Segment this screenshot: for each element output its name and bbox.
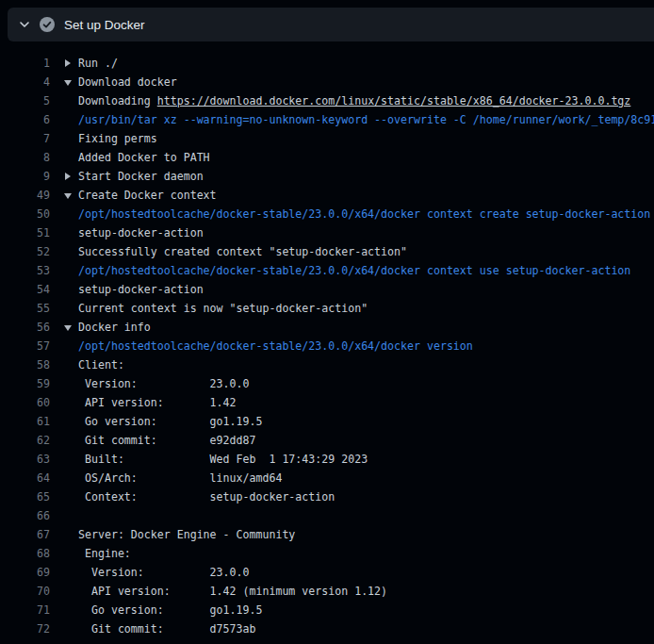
triangle-down-icon[interactable]	[64, 325, 72, 331]
line-number[interactable]: 54	[0, 280, 50, 299]
gutter	[50, 148, 78, 167]
log-row: 65 Context: setup-docker-action	[0, 487, 654, 506]
triangle-down-icon[interactable]	[64, 193, 72, 199]
group-title: Create Docker context	[78, 186, 217, 205]
line-number[interactable]: 61	[0, 412, 50, 431]
log-row: 71 Go version: go1.19.5	[0, 601, 654, 619]
line-number[interactable]: 6	[0, 110, 50, 129]
log-text: OS/Arch: linux/amd64	[78, 469, 282, 487]
log-row: 55Current context is now "setup-docker-a…	[0, 299, 654, 318]
gutter	[50, 525, 78, 544]
triangle-right-icon[interactable]	[65, 59, 71, 67]
log-row: 66	[0, 506, 654, 525]
log-text: setup-docker-action	[78, 223, 204, 242]
line-number[interactable]: 8	[0, 148, 50, 167]
gutter	[50, 205, 78, 223]
gutter	[50, 487, 78, 506]
step-header[interactable]: Set up Docker	[8, 8, 654, 41]
line-number[interactable]: 53	[0, 261, 50, 280]
log-text: Go version: go1.19.5	[78, 412, 262, 431]
line-number[interactable]: 5	[0, 91, 50, 110]
log-row: 69 Version: 23.0.0	[0, 563, 654, 582]
log-group-row[interactable]: 4Download docker	[0, 73, 654, 91]
line-number[interactable]: 68	[0, 544, 50, 563]
line-number[interactable]: 70	[0, 582, 50, 601]
line-number[interactable]: 63	[0, 450, 50, 469]
line-number[interactable]: 67	[0, 525, 50, 544]
log-row: 67Server: Docker Engine - Community	[0, 525, 654, 544]
log-text: Version: 23.0.0	[78, 374, 249, 393]
chevron-down-icon[interactable]	[19, 19, 30, 30]
line-number[interactable]: 59	[0, 374, 50, 393]
log-row: 8Added Docker to PATH	[0, 148, 654, 167]
log-text: API version: 1.42 (minimum version 1.12)	[78, 582, 387, 601]
log-row: 64 OS/Arch: linux/amd64	[0, 469, 654, 487]
log-command-text: /opt/hostedtoolcache/docker-stable/23.0.…	[78, 205, 654, 223]
gutter	[50, 223, 78, 242]
gutter	[50, 54, 78, 73]
line-number[interactable]: 62	[0, 431, 50, 450]
line-number[interactable]: 71	[0, 601, 50, 619]
log-url-link[interactable]: https://download.docker.com/linux/static…	[157, 94, 631, 107]
log-text: Version: 23.0.0	[78, 563, 249, 582]
log-group-row[interactable]: 1Run ./	[0, 54, 654, 73]
line-number[interactable]: 50	[0, 205, 50, 223]
log-row: 62 Git commit: e92dd87	[0, 431, 654, 450]
log-group-row[interactable]: 56Docker info	[0, 318, 654, 337]
log-row: 50/opt/hostedtoolcache/docker-stable/23.…	[0, 205, 654, 223]
log-text: Engine:	[78, 544, 131, 563]
gutter	[50, 129, 78, 148]
line-number[interactable]: 51	[0, 223, 50, 242]
log-command-text: /usr/bin/tar xz --warning=no-unknown-key…	[78, 110, 654, 129]
log-row: 63 Built: Wed Feb 1 17:43:29 2023	[0, 450, 654, 469]
gutter	[50, 186, 78, 205]
gutter	[50, 110, 78, 129]
gutter	[50, 280, 78, 299]
step-title: Set up Docker	[64, 18, 145, 32]
line-number[interactable]: 64	[0, 469, 50, 487]
line-number[interactable]: 55	[0, 299, 50, 318]
log-text: Fixing perms	[78, 129, 157, 148]
log-row: 54setup-docker-action	[0, 280, 654, 299]
log-container: 1Run ./4Download docker5Downloading http…	[0, 54, 654, 638]
line-number[interactable]: 65	[0, 487, 50, 506]
log-group-row[interactable]: 9Start Docker daemon	[0, 167, 654, 186]
gutter	[50, 337, 78, 355]
gutter	[50, 412, 78, 431]
log-group-row[interactable]: 49Create Docker context	[0, 186, 654, 205]
line-number[interactable]: 60	[0, 393, 50, 412]
line-number[interactable]: 66	[0, 506, 50, 525]
line-number[interactable]: 57	[0, 337, 50, 355]
gutter	[50, 431, 78, 450]
line-number[interactable]: 49	[0, 186, 50, 205]
gutter	[50, 355, 78, 374]
group-title: Download docker	[78, 73, 177, 91]
log-text: Git commit: e92dd87	[78, 431, 255, 450]
line-number[interactable]: 52	[0, 242, 50, 261]
line-number[interactable]: 69	[0, 563, 50, 582]
log-row: 6/usr/bin/tar xz --warning=no-unknown-ke…	[0, 110, 654, 129]
gutter	[50, 374, 78, 393]
triangle-right-icon[interactable]	[65, 173, 71, 180]
line-number[interactable]: 72	[0, 619, 50, 638]
log-text: Successfully created context "setup-dock…	[78, 242, 407, 261]
line-number[interactable]: 56	[0, 318, 50, 337]
gutter	[50, 619, 78, 638]
gutter	[50, 582, 78, 601]
log-row: 52Successfully created context "setup-do…	[0, 242, 654, 261]
triangle-down-icon[interactable]	[64, 80, 72, 86]
log-row: 60 API version: 1.42	[0, 393, 654, 412]
gutter	[50, 73, 78, 91]
line-number[interactable]: 1	[0, 54, 50, 73]
line-number[interactable]: 58	[0, 355, 50, 374]
line-number[interactable]: 7	[0, 129, 50, 148]
log-command-text: /opt/hostedtoolcache/docker-stable/23.0.…	[78, 261, 630, 280]
log-text: API version: 1.42	[78, 393, 237, 412]
line-number[interactable]: 9	[0, 167, 50, 186]
log-row: 58Client:	[0, 355, 654, 374]
gutter	[50, 601, 78, 619]
line-number[interactable]: 4	[0, 73, 50, 91]
log-text: Added Docker to PATH	[78, 148, 210, 167]
log-text: Context: setup-docker-action	[78, 487, 335, 506]
log-text: setup-docker-action	[78, 280, 204, 299]
